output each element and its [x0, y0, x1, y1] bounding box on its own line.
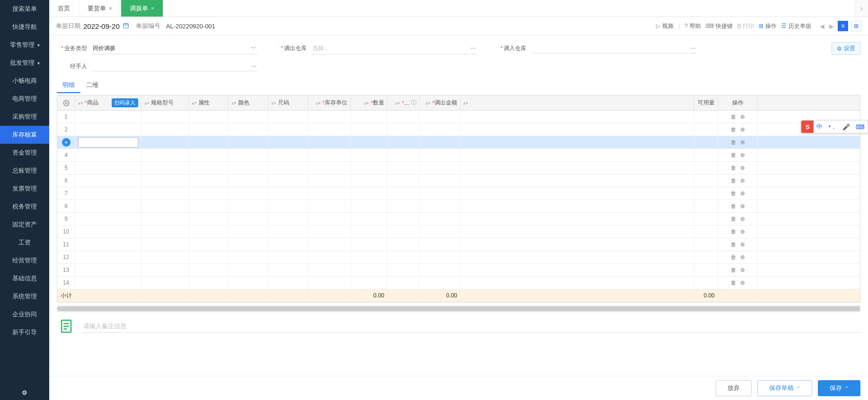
tab-0[interactable]: 首页	[49, 0, 79, 17]
handler-select[interactable]: ⋯	[92, 61, 257, 71]
cell[interactable]	[189, 136, 229, 148]
cell[interactable]	[351, 251, 388, 263]
cell[interactable]	[268, 277, 308, 289]
cell[interactable]	[388, 213, 420, 225]
operate-button[interactable]: ⊞操作	[759, 22, 777, 30]
cell[interactable]	[308, 136, 351, 148]
cell[interactable]	[229, 149, 268, 161]
cell[interactable]	[694, 238, 718, 251]
insert-row-icon[interactable]: ⊕	[740, 279, 745, 286]
cell[interactable]	[268, 238, 308, 251]
col-spec[interactable]: ▴▾规格型号	[142, 96, 189, 110]
cell[interactable]	[268, 200, 308, 212]
cell[interactable]	[189, 162, 229, 174]
cell[interactable]	[142, 123, 189, 136]
cell[interactable]	[351, 264, 388, 276]
insert-row-icon[interactable]: ⊕	[740, 165, 745, 171]
cell[interactable]	[461, 213, 694, 225]
cell[interactable]	[388, 238, 420, 251]
cell[interactable]	[420, 187, 461, 200]
insert-row-icon[interactable]: ⊕	[740, 113, 745, 120]
notes-input[interactable]	[81, 320, 860, 333]
sort-icon[interactable]: ▴▾	[316, 102, 320, 104]
sidebar-item-11[interactable]: 税务管理	[0, 198, 49, 216]
cell[interactable]	[420, 136, 461, 148]
out-store-select[interactable]: 选择... ⋯	[311, 43, 477, 54]
cell[interactable]	[461, 251, 694, 263]
cell[interactable]	[694, 123, 718, 136]
cell[interactable]	[75, 277, 142, 289]
cell[interactable]	[142, 162, 189, 174]
doc-date-value[interactable]: 2022-09-20	[83, 22, 120, 30]
cell[interactable]	[461, 187, 694, 200]
cell[interactable]	[142, 187, 189, 200]
cell[interactable]	[388, 136, 420, 148]
cell[interactable]	[388, 264, 420, 276]
cell[interactable]	[461, 162, 694, 174]
cell[interactable]	[420, 251, 461, 263]
calendar-icon[interactable]	[123, 22, 129, 30]
sidebar-item-18[interactable]: 新手引导	[0, 323, 49, 341]
insert-row-icon[interactable]: ⊕	[740, 254, 745, 261]
video-button[interactable]: ▷视频	[656, 22, 673, 30]
cell[interactable]	[142, 149, 189, 161]
cell[interactable]	[268, 174, 308, 187]
tab-matrix[interactable]: 二维	[80, 78, 104, 93]
history-button[interactable]: ☰历史单据	[781, 22, 811, 30]
sort-icon[interactable]: ▴▾	[463, 102, 468, 104]
cell[interactable]	[229, 136, 268, 148]
table-row[interactable]: 6🗑⊕	[57, 174, 860, 187]
table-row[interactable]: 13🗑⊕	[57, 264, 860, 277]
cell[interactable]	[694, 277, 718, 289]
cell[interactable]	[694, 136, 718, 148]
cell[interactable]	[268, 226, 308, 238]
cell[interactable]	[388, 123, 420, 136]
cell[interactable]	[189, 213, 229, 225]
cell[interactable]	[229, 238, 268, 251]
sort-icon[interactable]: ▴▾	[144, 102, 149, 104]
insert-row-icon[interactable]: ⊕	[740, 190, 745, 197]
cell[interactable]	[388, 174, 420, 187]
cell[interactable]	[189, 264, 229, 276]
cell[interactable]	[351, 149, 388, 161]
delete-row-icon[interactable]: 🗑	[731, 113, 736, 120]
cell[interactable]	[229, 174, 268, 187]
cell[interactable]	[189, 123, 229, 136]
cell[interactable]	[142, 277, 189, 289]
insert-row-icon[interactable]: ⊕	[740, 267, 745, 273]
table-row[interactable]: 2🗑⊕	[57, 123, 860, 136]
tab-2[interactable]: 调拨单×	[121, 0, 163, 17]
ime-mic-icon[interactable]: 🎤	[840, 122, 853, 132]
cell[interactable]	[308, 238, 351, 251]
cell[interactable]	[75, 111, 142, 123]
cell[interactable]	[189, 187, 229, 200]
cell[interactable]	[75, 162, 142, 174]
cell[interactable]	[189, 111, 229, 123]
sidebar-item-4[interactable]: 小畅电商	[0, 72, 49, 90]
col-attr[interactable]: ▴▾属性	[189, 96, 229, 110]
insert-row-icon[interactable]: ⊕	[740, 216, 745, 222]
ime-punct-icon[interactable]: •，	[825, 121, 840, 133]
cell[interactable]	[308, 277, 351, 289]
cell[interactable]	[268, 187, 308, 200]
table-row[interactable]: 8🗑⊕	[57, 200, 860, 213]
cell[interactable]	[694, 264, 718, 276]
table-row[interactable]: 7🗑⊕	[57, 187, 860, 200]
cell[interactable]	[461, 238, 694, 251]
cell[interactable]	[189, 251, 229, 263]
cell[interactable]	[420, 226, 461, 238]
product-cell-input[interactable]	[78, 137, 138, 148]
delete-row-icon[interactable]: 🗑	[731, 190, 736, 197]
in-store-select[interactable]: ⋯	[531, 43, 697, 53]
cell[interactable]	[694, 149, 718, 161]
cell[interactable]	[388, 277, 420, 289]
col-size[interactable]: ▴▾尺码	[268, 96, 308, 110]
cell[interactable]	[189, 226, 229, 238]
cell[interactable]	[351, 226, 388, 238]
cell[interactable]	[229, 251, 268, 263]
cell[interactable]	[229, 200, 268, 212]
cell[interactable]	[420, 200, 461, 212]
col-price[interactable]: ▴▾*...ⓘ	[388, 96, 420, 110]
cell[interactable]	[461, 277, 694, 289]
cell[interactable]	[75, 149, 142, 161]
